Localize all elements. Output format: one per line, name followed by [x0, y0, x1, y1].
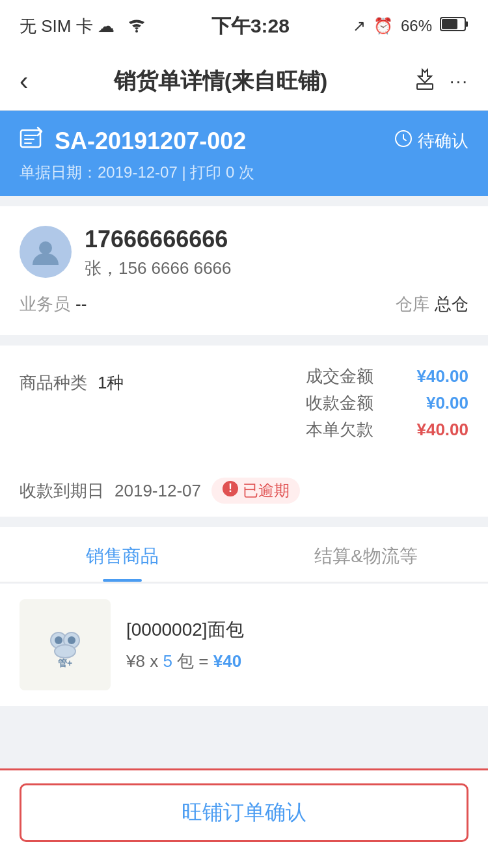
- footer-area: 旺铺订单确认: [0, 768, 488, 868]
- status-left: 无 SIM 卡 ☁: [20, 15, 148, 38]
- tab-settlement[interactable]: 结算&物流等: [244, 527, 488, 582]
- overdue-badge: ! 已逾期: [211, 478, 300, 504]
- clock-icon: [394, 129, 413, 152]
- price-unit: ¥8: [126, 651, 145, 671]
- product-info: [0000002]面包 ¥8 x 5 包 = ¥40: [126, 617, 468, 673]
- product-price: ¥8 x 5 包 = ¥40: [126, 650, 468, 673]
- order-icon: [20, 126, 46, 156]
- tab-sales-goods[interactable]: 销售商品: [0, 527, 244, 582]
- nav-left[interactable]: ‹: [20, 66, 28, 96]
- order-date: 单据日期：2019-12-07 | 打印 0 次: [20, 162, 468, 183]
- wifi-icon: [125, 16, 148, 37]
- due-date-label: 收款到期日: [20, 480, 104, 502]
- status-time: 下午3:28: [211, 13, 290, 40]
- svg-rect-4: [417, 84, 433, 89]
- battery-percent: 66%: [401, 17, 432, 35]
- svg-text:管+: 管+: [58, 658, 72, 668]
- warehouse-value: 总仓: [435, 293, 468, 316]
- share-button[interactable]: [413, 67, 437, 95]
- product-total: ¥40: [213, 651, 241, 671]
- due-date-value: 2019-12-07: [115, 481, 201, 501]
- location-icon: ↗: [353, 17, 366, 35]
- equals-sign: =: [198, 651, 213, 671]
- status-bar: 无 SIM 卡 ☁ 下午3:28 ↗ ⏰ 66%: [0, 0, 488, 52]
- svg-text:!: !: [228, 481, 232, 495]
- nav-bar: ‹ 销货单详情(来自旺铺) ···: [0, 52, 488, 111]
- svg-rect-2: [465, 21, 468, 27]
- svg-rect-3: [442, 19, 457, 29]
- sku-value: 1种: [98, 372, 124, 394]
- back-button[interactable]: ‹: [20, 66, 28, 96]
- multiply-sign: x: [150, 651, 163, 671]
- summary-card: 商品种类 1种 成交金额 ¥40.00 收款金额 ¥0.00 本单欠款 ¥40.…: [0, 346, 488, 465]
- order-header-banner: SA-20191207-002 待确认 单据日期：2019-12-07 | 打印…: [0, 111, 488, 196]
- svg-point-7: [39, 241, 52, 254]
- salesperson-label: 业务员: [20, 293, 70, 316]
- battery-icon: [440, 17, 468, 35]
- confirm-order-button[interactable]: 旺铺订单确认: [20, 783, 468, 842]
- sim-label: 无 SIM 卡 ☁: [20, 15, 115, 38]
- amount-label: 成交金额: [306, 365, 373, 388]
- page-title: 销货单详情(来自旺铺): [114, 66, 328, 96]
- svg-point-12: [55, 636, 62, 644]
- nav-right[interactable]: ···: [413, 67, 468, 95]
- tab-bar[interactable]: 销售商品 结算&物流等: [0, 527, 488, 582]
- amount-summary: 成交金额 ¥40.00 收款金额 ¥0.00 本单欠款 ¥40.00: [306, 365, 468, 445]
- debt-label: 本单欠款: [306, 418, 373, 441]
- customer-name: 张，156 6666 6666: [85, 257, 468, 280]
- warning-icon: !: [222, 480, 239, 501]
- amount-value: ¥40.00: [384, 366, 468, 387]
- customer-phone: 17666666666: [85, 226, 468, 253]
- svg-point-14: [55, 645, 75, 658]
- product-thumbnail: 管+: [20, 599, 111, 690]
- order-status: 待确认: [394, 129, 468, 152]
- status-right: ↗ ⏰ 66%: [353, 17, 468, 35]
- product-qty: 5: [163, 651, 172, 671]
- received-label: 收款金额: [306, 392, 373, 414]
- svg-point-0: [135, 30, 138, 33]
- due-date-section: 收款到期日 2019-12-07 ! 已逾期: [0, 465, 488, 517]
- alarm-icon: ⏰: [373, 17, 393, 35]
- more-button[interactable]: ···: [450, 71, 468, 92]
- warehouse-label: 仓库: [396, 293, 429, 316]
- product-item: 管+ [0000002]面包 ¥8 x 5 包 = ¥40: [0, 584, 488, 706]
- debt-value: ¥40.00: [384, 420, 468, 440]
- received-value: ¥0.00: [384, 393, 468, 413]
- svg-point-13: [68, 636, 75, 644]
- sku-label: 商品种类: [20, 372, 87, 394]
- product-name: [0000002]面包: [126, 617, 468, 642]
- customer-card: 17666666666 张，156 6666 6666 业务员 -- 仓库 总仓: [0, 206, 488, 335]
- avatar: [20, 226, 72, 278]
- qty-unit: 包: [177, 651, 194, 671]
- order-id: SA-20191207-002: [20, 126, 246, 156]
- salesperson-value: --: [75, 294, 87, 314]
